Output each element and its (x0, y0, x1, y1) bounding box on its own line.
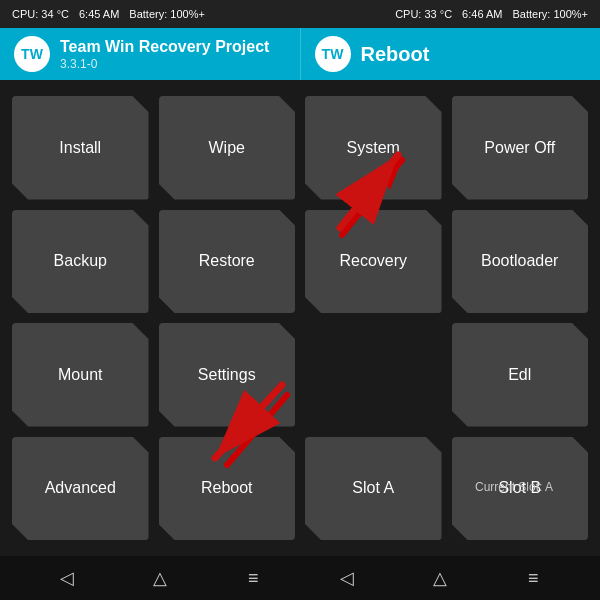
twrp-logo-right: TW (315, 36, 351, 72)
battery-left: Battery: 100%+ (129, 8, 205, 20)
nav-back-left[interactable]: ◁ (37, 567, 97, 589)
button-row-1: Install Wipe System Power Off (12, 96, 588, 200)
slot-a-button[interactable]: Slot A (305, 437, 442, 541)
system-button[interactable]: System (305, 96, 442, 200)
advanced-button[interactable]: Advanced (12, 437, 149, 541)
nav-back-right[interactable]: ◁ (317, 567, 377, 589)
nav-home-right[interactable]: △ (410, 567, 470, 589)
mount-button[interactable]: Mount (12, 323, 149, 427)
reboot-button[interactable]: Reboot (159, 437, 296, 541)
reboot-title: Reboot (361, 43, 430, 66)
edl-button[interactable]: Edl (452, 323, 589, 427)
header-left: TW Team Win Recovery Project 3.3.1-0 (0, 28, 300, 80)
header-right: TW Reboot (300, 28, 601, 80)
status-left: CPU: 34 °C 6:45 AM Battery: 100%+ (12, 8, 205, 20)
main-content: Install Wipe System Power Off Backup Res… (0, 80, 600, 556)
power-off-button[interactable]: Power Off (452, 96, 589, 200)
cpu-right: CPU: 33 °C (395, 8, 452, 20)
status-right: CPU: 33 °C 6:46 AM Battery: 100%+ (395, 8, 588, 20)
twrp-logo-left: TW (14, 36, 50, 72)
time-left: 6:45 AM (79, 8, 119, 20)
install-button[interactable]: Install (12, 96, 149, 200)
app-title: Team Win Recovery Project (60, 37, 269, 56)
restore-button[interactable]: Restore (159, 210, 296, 314)
header: TW Team Win Recovery Project 3.3.1-0 TW … (0, 28, 600, 80)
nav-home-left[interactable]: △ (130, 567, 190, 589)
status-bar: CPU: 34 °C 6:45 AM Battery: 100%+ CPU: 3… (0, 0, 600, 28)
wipe-button[interactable]: Wipe (159, 96, 296, 200)
recovery-button[interactable]: Recovery (305, 210, 442, 314)
settings-button[interactable]: Settings (159, 323, 296, 427)
slot-b-button[interactable]: Slot B (452, 437, 589, 541)
button-row-3: Mount Settings Edl (12, 323, 588, 427)
header-title-left: Team Win Recovery Project 3.3.1-0 (60, 37, 269, 70)
battery-right: Battery: 100%+ (512, 8, 588, 20)
bootloader-button[interactable]: Bootloader (452, 210, 589, 314)
backup-button[interactable]: Backup (12, 210, 149, 314)
app-version: 3.3.1-0 (60, 57, 269, 71)
nav-bar: ◁ △ ≡ ◁ △ ≡ (0, 556, 600, 600)
nav-menu-right[interactable]: ≡ (503, 568, 563, 589)
nav-menu-left[interactable]: ≡ (223, 568, 283, 589)
cpu-left: CPU: 34 °C (12, 8, 69, 20)
time-right: 6:46 AM (462, 8, 502, 20)
button-row-4: Advanced Reboot Slot A Slot B (12, 437, 588, 541)
empty-slot (305, 323, 442, 427)
button-row-2: Backup Restore Recovery Bootloader (12, 210, 588, 314)
